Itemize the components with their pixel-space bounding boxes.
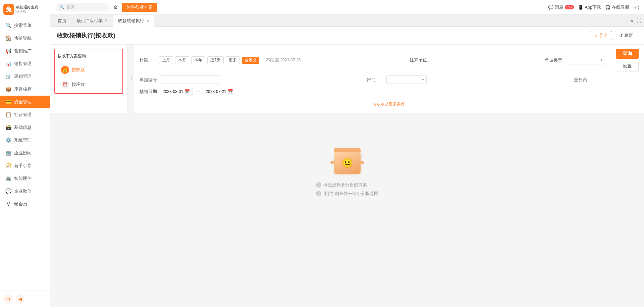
writeoff-date-end-wrap: 2023-07-21 📅	[203, 88, 236, 95]
refresh-icon: ↺	[619, 33, 623, 38]
page-title: 收款核销执行(按收款)	[57, 32, 115, 40]
collapse-sidebar-btn[interactable]: ◀	[15, 294, 25, 304]
sidebar-item-purchase[interactable]: 🛒 采购管理	[0, 70, 50, 83]
writeoff-end-value: 2023-07-21	[206, 89, 226, 94]
sidebar-item-member[interactable]: Ⅴ 畅会员	[0, 198, 50, 210]
sidebar-item-basic[interactable]: 🗃️ 基础信息	[0, 121, 50, 134]
tab-home[interactable]: 首页	[53, 15, 71, 27]
settings-bottom-btn[interactable]: ⚙	[3, 294, 13, 304]
sidebar-item-inventory-label: 库存核算	[14, 86, 32, 92]
enterprise-icon: 🏢	[5, 150, 11, 156]
staff-select-btn[interactable]: ···	[593, 77, 600, 83]
tab-actions: ✕ ⛶	[630, 18, 641, 23]
sidebar-item-funds[interactable]: 💳 资金管理	[0, 96, 50, 108]
sidebar-item-operations-label: 经营管理	[14, 112, 32, 118]
sidebar-item-marketing[interactable]: 📢 营销推广	[0, 45, 50, 57]
doc-type-label: 单据类型	[545, 57, 562, 63]
industry-solution-btn[interactable]: 体验行业方案	[122, 3, 157, 12]
app-version: 标准版	[16, 9, 38, 14]
receipt-icon: 💰	[61, 66, 69, 74]
empty-state: 😐 1 请先选择要分析的方案 2 用[过滤]条件来缩小分析范围	[50, 113, 644, 225]
expand-tab-btn[interactable]: ⛶	[637, 18, 641, 23]
filter-row-2: 单据编号 部门 业务员	[140, 75, 639, 84]
chevron-left-icon: 《	[128, 76, 133, 82]
date-group: 上月 本月 本年 近7天 更多 自定义	[159, 56, 259, 64]
gear-button[interactable]: ⚙	[113, 4, 118, 10]
sidebar-item-hardware[interactable]: 🖨️ 智能硬件	[0, 172, 50, 185]
dept-label: 部门	[367, 77, 384, 83]
date-7days-btn[interactable]: 近7天	[207, 56, 224, 64]
online-service-btn[interactable]: 🎧 在线客服	[605, 4, 629, 10]
sidebar-item-marketing-label: 营销推广	[14, 48, 32, 54]
tab-prepay[interactable]: 预付冲应付单 ✕	[72, 15, 112, 27]
tab-collect-close[interactable]: ✕	[146, 19, 149, 23]
marketing-icon: 📢	[5, 48, 11, 54]
calendar-start-icon[interactable]: 📅	[184, 89, 190, 94]
date-this-month-btn[interactable]: 本月	[175, 56, 189, 64]
app-download-btn[interactable]: 📱 App下载	[578, 4, 601, 10]
purchase-icon: 🛒	[5, 73, 11, 80]
messages-btn[interactable]: 💬 消息 99+	[548, 4, 574, 10]
export-btn[interactable]: ↗ 导出	[590, 31, 612, 40]
filter-option-by-receivable[interactable]: ⏰ 按应收	[58, 79, 120, 91]
sidebar-item-operations[interactable]: 📋 经营管理	[0, 108, 50, 121]
date-range-separator: —	[196, 89, 200, 94]
date-more-btn[interactable]: 更多	[226, 56, 240, 64]
chevron-up-icon: ∧∧	[373, 102, 379, 107]
sidebar-item-system[interactable]: ⚙️ 系统管理	[0, 134, 50, 147]
sales-icon: 📊	[5, 61, 11, 67]
date-label: 日期	[140, 57, 156, 63]
writeoff-date-start-wrap: 2023-03-01 📅	[160, 88, 193, 95]
sidebar-item-quicknav[interactable]: 🏠 快捷导航	[0, 32, 50, 45]
sidebar-item-search[interactable]: 🔍 搜索菜单	[0, 19, 50, 32]
date-last-month-btn[interactable]: 上月	[159, 56, 173, 64]
date-this-year-btn[interactable]: 本年	[191, 56, 205, 64]
sidebar-item-enterprise-label: 企业协同	[14, 150, 32, 156]
step2-num: 2	[316, 191, 321, 196]
dept-select[interactable]	[386, 75, 427, 84]
sidebar-item-guide[interactable]: 🧭 新手引导	[0, 159, 50, 172]
sidebar-item-inventory[interactable]: 📦 库存核算	[0, 83, 50, 96]
filter-option-by-receipt[interactable]: 💰 按收款	[58, 64, 120, 76]
tab-collect[interactable]: 收款核销执行 ✕	[113, 15, 154, 27]
settings-btn[interactable]: 设置	[616, 61, 639, 71]
sidebar-item-enterprise[interactable]: 🏢 企业协同	[0, 147, 50, 159]
home-icon: 🏠	[5, 35, 11, 41]
writeoff-date-label: 核销日期	[140, 89, 157, 95]
sidebar-item-hardware-label: 智能硬件	[14, 175, 32, 182]
sidebar-item-wechat[interactable]: 💬 企业微信	[0, 185, 50, 198]
empty-hints: 1 请先选择要分析的方案 2 用[过滤]条件来缩小分析范围	[316, 181, 378, 198]
query-settings-col: 查询 设置	[616, 49, 639, 71]
page-actions: ↗ 导出 ↺ 刷新	[590, 31, 637, 40]
tab-prepay-label: 预付冲应付单	[76, 18, 103, 24]
partner-label: 往来单位	[410, 57, 427, 63]
topbar-search[interactable]: 🔍 搜索	[56, 3, 109, 11]
empty-illustration: 😐	[330, 140, 364, 174]
receivable-icon: ⏰	[61, 81, 69, 89]
query-btn[interactable]: 查询	[616, 49, 639, 59]
export-icon: ↗	[594, 33, 598, 38]
partner-select-btn[interactable]: ···	[430, 57, 436, 63]
collapse-more-label: 收起更多条件	[381, 101, 405, 107]
calendar-end-icon[interactable]: 📅	[228, 89, 233, 94]
collapse-filter-btn[interactable]: 《	[127, 45, 134, 113]
doc-number-input[interactable]	[160, 75, 220, 84]
doc-type-select[interactable]	[565, 56, 605, 64]
sidebar: 兔 畅捷通好生意 标准版 🔍 搜索菜单 🏠 快捷导航 📢 营销推广 📊 销售管理…	[0, 0, 50, 307]
refresh-btn[interactable]: ↺ 刷新	[615, 31, 637, 40]
date-range-text: 不限 至 2023-07-26	[266, 57, 301, 63]
sidebar-item-sales[interactable]: 📊 销售管理	[0, 57, 50, 70]
search-icon: 🔍	[5, 22, 11, 29]
writeoff-start-value: 2023-03-01	[163, 89, 183, 94]
tab-prepay-close[interactable]: ✕	[105, 18, 108, 23]
close-tab-btn[interactable]: ✕	[630, 18, 634, 23]
sidebar-item-guide-label: 新手引导	[14, 163, 32, 169]
filter-row-1: 日期 上月 本月 本年 近7天 更多 自定义 不限 至 2023-07-26	[140, 49, 639, 71]
message-icon: 💬	[548, 5, 553, 10]
operations-icon: 📋	[5, 112, 11, 118]
more-conditions-btn[interactable]: ∧∧ 收起更多条件	[140, 99, 639, 109]
hardware-icon: 🖨️	[5, 175, 11, 182]
filter-options-list: 💰 按收款 ⏰ 按应收	[58, 64, 120, 91]
search-icon-topbar: 🔍	[60, 5, 65, 10]
page-header: 收款核销执行(按收款) ↗ 导出 ↺ 刷新	[50, 27, 644, 45]
